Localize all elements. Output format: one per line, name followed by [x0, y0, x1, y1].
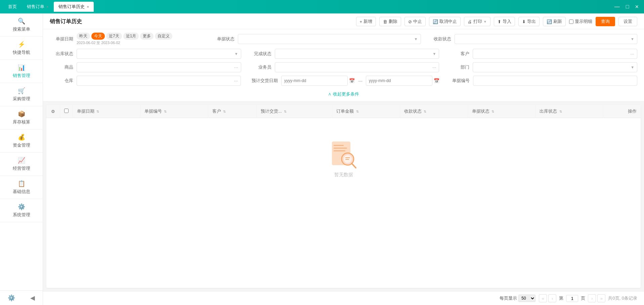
date-tag-today[interactable]: 今天 — [91, 33, 105, 40]
warehouse-input[interactable] — [80, 78, 234, 83]
bill-status-label: 单据状态 — [211, 36, 238, 42]
complete-status-control[interactable]: ▼ — [275, 49, 439, 59]
calendar-to-icon[interactable]: 📅 — [434, 78, 439, 83]
cancel-stop-button[interactable]: 🔄 取消中止 — [429, 17, 461, 26]
tab-sales-order[interactable]: 销售订单 × — [22, 2, 53, 12]
tab-sales-order-close[interactable]: × — [46, 5, 48, 9]
sidebar-item-finance[interactable]: 💰 资金管理 — [0, 129, 43, 153]
page-size-dropdown[interactable]: 10 20 50 100 — [518, 295, 535, 302]
settings-label: 设置 — [624, 19, 632, 24]
payment-status-input[interactable] — [458, 37, 631, 41]
th-customer-sort-icon[interactable]: ⇅ — [223, 110, 226, 113]
sidebar-collapse-icon[interactable]: ◀ — [30, 294, 35, 302]
display-toggle[interactable]: 显示明细 — [569, 18, 592, 25]
query-button[interactable]: 查询 — [596, 17, 615, 26]
expected-date-to-input[interactable] — [369, 78, 429, 83]
expected-date-from-input[interactable] — [284, 78, 345, 83]
payment-status-control[interactable]: ▼ — [455, 34, 638, 44]
dept-control[interactable]: ▼ — [473, 62, 637, 72]
sales-rep-dots-icon[interactable]: ··· — [432, 65, 436, 70]
warehouse-control[interactable]: ··· — [77, 76, 241, 86]
sidebar-item-quick-nav[interactable]: ⚡ 快捷导航 — [0, 37, 43, 60]
th-expected-delivery-sort-icon[interactable]: ⇅ — [284, 110, 287, 113]
expected-date-from-control[interactable] — [281, 76, 348, 86]
stop-button[interactable]: ⊘ 中止 — [404, 17, 426, 26]
customer-input[interactable] — [476, 51, 630, 56]
sidebar-item-search[interactable]: 🔍 搜索菜单 — [0, 13, 43, 37]
th-expected-delivery: 预计交货... ⇅ — [256, 105, 332, 118]
warehouse-dots-icon[interactable]: ··· — [234, 78, 238, 83]
tab-sales-order-label: 销售订单 — [27, 4, 44, 10]
th-order-amount-sort-icon[interactable]: ⇅ — [356, 110, 359, 113]
page-title: 销售订单历史 — [50, 18, 82, 25]
customer-control[interactable]: ··· — [473, 49, 637, 59]
bill-no-input[interactable] — [476, 78, 634, 83]
date-tag-last7[interactable]: 近7天 — [106, 33, 122, 40]
date-tag-last-month[interactable]: 近1月 — [123, 33, 139, 40]
customer-dots-icon[interactable]: ··· — [630, 51, 634, 56]
bill-status-control[interactable]: ▼ — [238, 34, 421, 44]
sidebar-item-operations[interactable]: 📈 经营管理 — [0, 153, 43, 176]
filter-row-4: 仓库 ··· 预计交货日期 📅 — 📅 单据编号 — [50, 76, 637, 86]
sidebar-item-system[interactable]: ⚙️ 系统管理 — [0, 199, 43, 222]
th-date-sort-icon[interactable]: ⇅ — [96, 110, 99, 113]
out-status-control[interactable]: ▼ — [77, 49, 241, 59]
goods-control[interactable]: ··· — [77, 62, 241, 72]
sidebar-item-basic-info[interactable]: 📋 基础信息 — [0, 176, 43, 199]
date-tag-more[interactable]: 更多 — [140, 33, 154, 40]
export-button[interactable]: ⬇ 导出 — [518, 17, 540, 26]
th-out-status-sort-icon[interactable]: ⇅ — [559, 110, 562, 113]
add-button[interactable]: + 新增 — [356, 17, 376, 26]
collapse-label: ∧ 收起更多条件 — [328, 91, 359, 97]
import-button[interactable]: ⬆ 导入 — [494, 17, 515, 26]
th-check[interactable] — [60, 105, 73, 118]
complete-status-input[interactable] — [278, 51, 433, 56]
page-prev-btn[interactable]: ‹ — [548, 294, 556, 302]
tab-home[interactable]: 首页 — [3, 2, 22, 12]
page-next-btn[interactable]: › — [588, 294, 596, 302]
goods-input[interactable] — [80, 65, 234, 70]
page-last-btn[interactable]: » — [597, 294, 605, 302]
goods-dots-icon[interactable]: ··· — [234, 65, 238, 70]
collapse-row[interactable]: ∧ 收起更多条件 — [50, 89, 637, 98]
bill-no-control[interactable] — [473, 76, 637, 86]
sales-icon: 📊 — [18, 64, 25, 71]
delete-icon: 🗑 — [383, 19, 387, 24]
sidebar-item-system-label: 系统管理 — [13, 212, 30, 218]
sidebar-item-inventory[interactable]: 📦 库存核算 — [0, 106, 43, 129]
sidebar-settings-icon[interactable]: ⚙️ — [8, 294, 15, 302]
window-close-btn[interactable]: × — [633, 3, 641, 10]
th-bill-status-sort-icon[interactable]: ⇅ — [491, 110, 494, 113]
delete-button[interactable]: 🗑 删除 — [379, 17, 401, 26]
current-page-input[interactable] — [566, 295, 578, 302]
window-min-btn[interactable]: — — [612, 4, 622, 10]
th-payment-status: 收款状态 ⇅ — [400, 105, 468, 118]
bill-status-input[interactable] — [241, 37, 414, 41]
calendar-from-icon[interactable]: 📅 — [349, 78, 355, 83]
page-first-btn[interactable]: « — [539, 294, 547, 302]
print-label: 打印 — [473, 18, 482, 25]
date-tag-custom[interactable]: 自定义 — [155, 33, 172, 40]
expected-date-to-control[interactable] — [366, 76, 432, 86]
print-button[interactable]: 🖨 打印 ▼ — [464, 17, 490, 26]
out-status-arrow-icon: ▼ — [234, 52, 238, 56]
th-gear[interactable]: ⚙ — [46, 105, 60, 118]
window-max-btn[interactable]: □ — [624, 4, 631, 10]
date-tag-yesterday[interactable]: 昨天 — [77, 33, 90, 40]
sidebar-item-sales[interactable]: 📊 销售管理 — [0, 60, 43, 83]
settings-button[interactable]: 设置 — [618, 17, 637, 26]
sales-rep-input[interactable] — [278, 65, 432, 70]
expected-date-label: 预计交货日期 — [248, 78, 281, 84]
th-payment-status-sort-icon[interactable]: ⇅ — [424, 110, 426, 113]
tab-sales-order-history-close[interactable]: × — [87, 5, 89, 9]
refresh-button[interactable]: 🔃 刷新 — [543, 17, 566, 26]
tab-sales-order-history[interactable]: 销售订单历史 × — [54, 2, 93, 12]
sidebar-item-purchase[interactable]: 🛒 采购管理 — [0, 83, 43, 106]
th-bill-no-sort-icon[interactable]: ⇅ — [164, 110, 167, 113]
search-icon: 🔍 — [18, 17, 25, 25]
sales-rep-control[interactable]: ··· — [275, 62, 439, 72]
display-toggle-checkbox[interactable] — [569, 20, 573, 24]
dept-input[interactable] — [476, 65, 631, 70]
out-status-input[interactable] — [80, 51, 234, 56]
select-all-checkbox[interactable] — [64, 109, 69, 113]
